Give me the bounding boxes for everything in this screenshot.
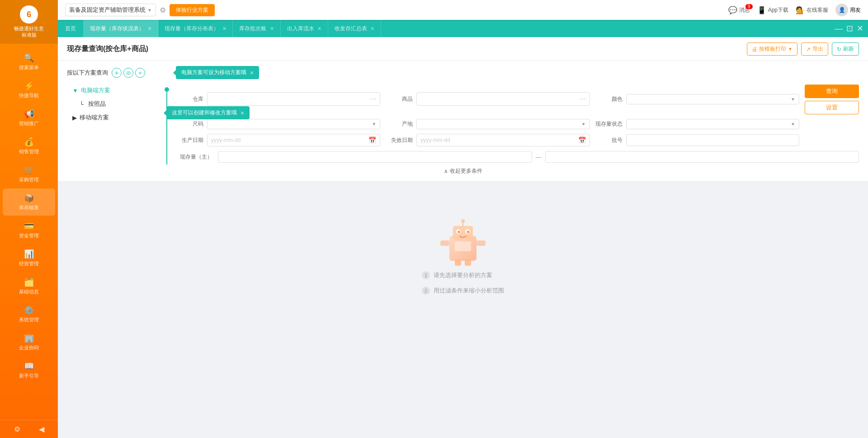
tab-close-icon[interactable]: × <box>270 25 274 32</box>
calendar-icon: 📅 <box>368 137 376 144</box>
scheme-item-pc[interactable]: ▼ 电脑端方案 <box>67 84 157 97</box>
search-icon: 🔍 <box>24 53 34 63</box>
add-scheme-btn[interactable]: + <box>112 68 122 78</box>
batch-label: 批号 <box>595 137 623 144</box>
sidebar-item-enterprise[interactable]: 🏢 企业协同 <box>3 329 55 356</box>
size-select[interactable]: ▼ <box>207 119 380 129</box>
user-menu[interactable]: 👤 用友 <box>835 4 861 16</box>
tab-in-out-flow[interactable]: 出入库流水 × <box>281 20 328 37</box>
goods-label: 商品 <box>386 95 413 103</box>
filter-row1: 仓库 ··· 商品 ··· 颜色 <box>176 84 859 114</box>
warehouse-select[interactable]: ··· <box>207 92 380 106</box>
app-download-action[interactable]: 📱 App下载 <box>757 6 788 14</box>
scheme-item-pc-sub[interactable]: └ 按照品 <box>67 97 157 111</box>
tooltip2-text: 这里可以创建和修改方案哦 <box>172 109 237 117</box>
stock-min-input[interactable] <box>218 151 532 163</box>
search-btn[interactable]: 查询 <box>805 85 859 98</box>
settings-icon[interactable]: ⚙ <box>14 425 20 433</box>
message-badge: 9 <box>745 4 753 9</box>
scheme-back-btn[interactable]: « <box>135 68 145 78</box>
filter-expire-date: 失效日期 yyyy-mm-dd 📅 <box>386 134 590 146</box>
collapse-label: 收起更多条件 <box>450 167 482 175</box>
logo-icon: 6 <box>20 5 38 24</box>
origin-select[interactable]: ▼ <box>416 119 590 129</box>
tab-close-icon[interactable]: × <box>148 25 151 32</box>
filter-row4: 现存量（主） — <box>176 151 859 163</box>
tab-close-icon[interactable]: × <box>318 25 321 32</box>
tab-batch-ledger[interactable]: 库存批次账 × <box>233 20 280 37</box>
collapse-row: ∧ 收起更多条件 <box>67 165 859 176</box>
color-select[interactable]: ▼ <box>626 94 799 104</box>
empty-illustration <box>436 218 490 268</box>
scheme-collapse-icon: ▶ <box>72 114 77 121</box>
warehouse-label: 仓库 <box>176 95 203 103</box>
color-arrow-icon: ▼ <box>791 97 795 102</box>
tab-maximize-icon[interactable]: ⊡ <box>845 23 854 34</box>
industry-btn[interactable]: 体验行业方案 <box>170 4 215 16</box>
system-selector[interactable]: 装备及固定资产辅助管理系统 ▼ <box>65 4 156 16</box>
tooltip1-arrow <box>173 70 176 75</box>
stock-max-input[interactable] <box>545 151 859 163</box>
tooltip1-close-icon[interactable]: × <box>250 69 254 76</box>
tooltip2-close-icon[interactable]: × <box>241 109 244 117</box>
tabs-bar: 首页 现存量（库存状况表） × 现存量（库存分布表） × 库存批次账 × 出入库… <box>58 20 868 37</box>
online-service-action[interactable]: 💁 在线客服 <box>796 6 828 14</box>
produce-date-start[interactable]: yyyy-mm-dd 📅 <box>207 134 380 146</box>
collapse-sidebar-icon[interactable]: ◀ <box>39 425 44 433</box>
stock-status-arrow-icon: ▼ <box>791 122 795 127</box>
sidebar-item-operation[interactable]: 📊 经营管理 <box>3 245 55 272</box>
gear-icon[interactable]: ⚙ <box>160 6 166 14</box>
scheme-item-mobile[interactable]: ▶ 移动端方案 <box>67 111 157 124</box>
sidebar-item-basic[interactable]: 🗂️ 基础信息 <box>3 273 55 300</box>
tab-inventory-dist[interactable]: 现存量（库存分布表） × <box>158 20 233 37</box>
tab-stock-summary[interactable]: 收发存汇总表 × <box>328 20 381 37</box>
sidebar-item-marketing[interactable]: 📢 营销推广 <box>3 104 55 132</box>
tooltip2-arrow <box>164 110 166 116</box>
message-action[interactable]: 💬 9 消息 <box>728 6 750 14</box>
sidebar-item-purchase[interactable]: 🛒 采购管理 <box>3 160 55 188</box>
stock-status-label: 现存量状态 <box>595 120 623 128</box>
edit-scheme-btn[interactable]: ◎ <box>123 68 133 78</box>
refresh-label: 刷新 <box>843 45 854 53</box>
step2-num: 2 <box>422 287 430 295</box>
filter-top-row: 按以下方案查询 + ◎ « 电脑方案可设为移动方案哦 × <box>67 66 859 79</box>
refresh-btn[interactable]: ↻ 刷新 <box>832 42 859 56</box>
marketing-icon: 📢 <box>24 109 34 119</box>
tooltip2-wrapper: 这里可以创建和修改方案哦 × <box>166 106 250 119</box>
svg-point-5 <box>467 231 469 233</box>
sales-icon: 💰 <box>24 137 34 147</box>
reset-btn[interactable]: 设置 <box>805 101 859 114</box>
sidebar-logo[interactable]: 6 畅捷通好生意 标准版 <box>0 0 58 44</box>
tab-inventory-status[interactable]: 现存量（库存状况表） × <box>84 20 158 37</box>
goods-select[interactable]: ··· <box>416 92 590 106</box>
scheme-item-indent-icon: └ <box>80 101 84 108</box>
tab-batch-ledger-label: 库存批次账 <box>239 25 266 33</box>
print-btn[interactable]: 🖨 按模板打印 ▼ <box>747 42 797 56</box>
filter-label: 按以下方案查询 <box>67 69 108 77</box>
tab-close-icon[interactable]: × <box>371 25 374 32</box>
expire-date-start[interactable]: yyyy-mm-dd 📅 <box>416 134 590 146</box>
print-icon: 🖨 <box>752 46 757 52</box>
purchase-icon: 🛒 <box>24 165 34 175</box>
stock-status-select[interactable]: ▼ <box>626 119 799 129</box>
sidebar-item-label: 资金管理 <box>19 232 39 239</box>
sidebar-item-system[interactable]: ⚙️ 系统管理 <box>3 301 55 328</box>
empty-state: 1 请先选择要分析的方案 2 用过滤条件来缩小分析范围 <box>58 182 868 334</box>
batch-input[interactable] <box>626 134 799 146</box>
filter-row3: 生产日期 yyyy-mm-dd 📅 失效日期 yyyy-mm-dd 📅 <box>176 134 859 146</box>
tab-home[interactable]: 首页 <box>58 20 84 37</box>
tab-minimize-icon[interactable]: — <box>834 23 844 34</box>
sidebar-item-search[interactable]: 🔍 搜索菜单 <box>3 48 55 75</box>
sidebar-item-guide[interactable]: 📖 新手引导 <box>3 357 55 384</box>
export-btn[interactable]: ↗ 导出 <box>801 42 828 56</box>
tab-stock-summary-label: 收发存汇总表 <box>335 25 367 33</box>
sidebar-item-finance[interactable]: 💳 资金管理 <box>3 217 55 244</box>
sidebar-item-sales[interactable]: 💰 销售管理 <box>3 132 55 160</box>
collapse-btn[interactable]: ∧ 收起更多条件 <box>444 167 482 175</box>
indicator-dot <box>165 87 169 92</box>
avatar: 👤 <box>835 4 848 16</box>
sidebar-item-quicknav[interactable]: ⚡ 快捷导航 <box>3 76 55 104</box>
tab-close-icon[interactable]: × <box>222 25 226 32</box>
sidebar-item-inventory[interactable]: 📦 库存核算 <box>3 188 55 216</box>
tab-closeall-icon[interactable]: ✕ <box>856 23 864 34</box>
